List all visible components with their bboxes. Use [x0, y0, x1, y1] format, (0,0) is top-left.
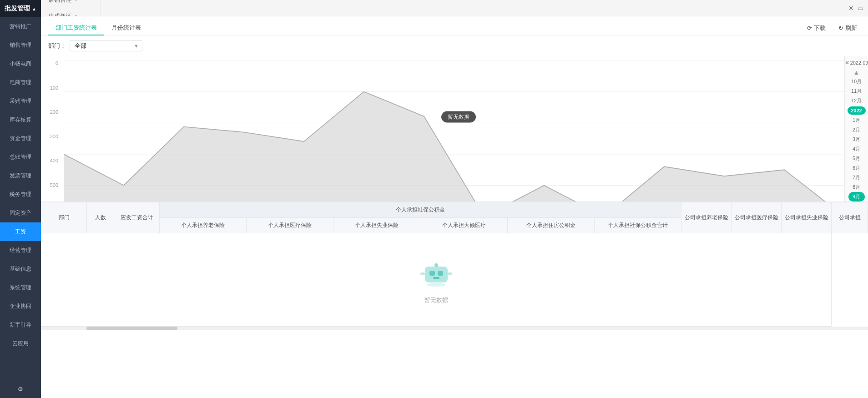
sidebar-item-operations[interactable]: 经营管理 — [0, 241, 41, 260]
sidebar-item-assets[interactable]: 固定资产 — [0, 204, 41, 222]
timeline-items-container: 10月11月12月20221月2月3月4月5月6月7月8月9月 — [848, 77, 866, 202]
timeline-month-12[interactable]: 9月 — [848, 192, 865, 202]
table-no-data-cell: 暂无数据 — [41, 233, 832, 327]
table-no-data-text: 暂无数据 — [424, 296, 448, 304]
chart-no-data-tooltip: 暂无数据 — [441, 111, 476, 123]
tab-close-store-mgmt[interactable]: × — [75, 0, 77, 2]
table-wrapper[interactable]: 部门 人数 应发工资合计 个人承担社保公积金 公司承担养老保险 公司承担医疗保险… — [41, 202, 868, 398]
refresh-label: 刷新 — [845, 24, 857, 32]
tab-produce-voucher[interactable]: 生成凭证× — [43, 8, 101, 17]
sidebar-item-marketing[interactable]: 营销推广 — [0, 17, 41, 36]
svg-rect-9 — [438, 271, 443, 276]
sidebar-title: 批发管理 — [5, 5, 30, 13]
horizontal-scrollbar[interactable] — [41, 327, 868, 330]
sidebar-header[interactable]: 批发管理 ▲ — [0, 0, 41, 17]
content-area: 部门工资统计表 月份统计表 ⟳ 下载 ↻ 刷新 部门： 全部 — [41, 16, 868, 398]
sidebar: 批发管理 ▲ 营销推广销售管理小畅电商电商管理采购管理库存核算资金管理总账管理发… — [0, 0, 41, 398]
sidebar-item-inventory[interactable]: 库存核算 — [0, 111, 41, 129]
timeline-month-0[interactable]: 10月 — [848, 77, 866, 86]
y-label-300: 300 — [50, 134, 58, 139]
timeline-month-7[interactable]: 4月 — [848, 144, 866, 154]
svg-rect-13 — [420, 272, 425, 275]
sidebar-item-ledger[interactable]: 总账管理 — [0, 148, 41, 166]
sidebar-item-guide[interactable]: 新手引导 — [0, 316, 41, 334]
col-company-pension: 公司承担养老保险 — [681, 202, 732, 233]
sidebar-item-purchase[interactable]: 采购管理 — [0, 92, 41, 111]
toolbar-left: 部门： 全部 ▼ — [48, 40, 142, 51]
timeline-month-9[interactable]: 6月 — [848, 163, 866, 173]
dept-label: 部门： — [48, 42, 66, 50]
restore-icon[interactable]: ▭ — [857, 4, 864, 13]
no-data-area: 暂无数据 — [44, 237, 828, 322]
sidebar-items-container: 营销推广销售管理小畅电商电商管理采购管理库存核算资金管理总账管理发票管理税务管理… — [0, 17, 41, 353]
sidebar-arrow-icon: ▲ — [32, 6, 36, 11]
timeline-month-8[interactable]: 5月 — [848, 154, 866, 163]
timeline-month-5[interactable]: 2月 — [848, 125, 866, 135]
no-data-robot-icon — [418, 255, 454, 292]
svg-rect-14 — [448, 272, 452, 275]
download-icon: ⟳ — [807, 25, 812, 31]
y-label-100: 100 — [50, 85, 58, 91]
tab-label-store-mgmt: 店铺管理 — [48, 0, 72, 4]
col-group-social: 个人承担社保公积金 — [160, 202, 681, 218]
settings-icon: ⚙ — [18, 386, 23, 393]
filter-toolbar: 部门： 全部 ▼ — [41, 35, 868, 56]
refresh-icon: ↻ — [838, 25, 843, 31]
sidebar-item-ecommerce-small[interactable]: 小畅电商 — [0, 55, 41, 73]
col-dept: 部门 — [41, 202, 87, 233]
sidebar-item-finance[interactable]: 资金管理 — [0, 129, 41, 148]
subtab-dept-stats[interactable]: 部门工资统计表 — [48, 21, 104, 35]
download-label: 下载 — [814, 24, 826, 32]
sidebar-item-system[interactable]: 系统管理 — [0, 278, 41, 297]
sidebar-item-ecommerce[interactable]: 电商管理 — [0, 73, 41, 92]
sidebar-footer-settings[interactable]: ⚙ — [0, 380, 41, 398]
col-ind-pension: 个人承担养老保险 — [160, 218, 247, 233]
refresh-button[interactable]: ↻ 刷新 — [835, 22, 861, 34]
svg-rect-10 — [433, 277, 439, 279]
subtab-monthly-stats[interactable]: 月份统计表 — [104, 21, 148, 35]
sidebar-item-invoice[interactable]: 发票管理 — [0, 166, 41, 185]
dept-select[interactable]: 全部 — [70, 40, 142, 51]
timeline-month-10[interactable]: 7月 — [848, 173, 866, 182]
y-label-0: 0 — [56, 60, 58, 66]
col-ind-supplemental: 个人承担大额医疗 — [420, 218, 507, 233]
tab-bar: 首页门店商品目录×销售单×店铺管理×生成凭证×应收应付调整单×工资表×工资统计报… — [41, 0, 868, 16]
svg-rect-7 — [425, 267, 448, 282]
timeline-month-1[interactable]: 11月 — [848, 86, 866, 96]
tab-label-produce-voucher: 生成凭证 — [48, 12, 72, 17]
data-table: 部门 人数 应发工资合计 个人承担社保公积金 公司承担养老保险 公司承担医疗保险… — [41, 202, 868, 327]
main-area: 首页门店商品目录×销售单×店铺管理×生成凭证×应收应付调整单×工资表×工资统计报… — [41, 0, 868, 398]
y-axis-labels: 500 400 300 200 100 0 — [41, 60, 61, 188]
y-label-400: 400 — [50, 158, 58, 163]
timeline-year-2022[interactable]: 2022 — [848, 106, 866, 115]
timeline-header: ✕ 2022.09 — [845, 58, 868, 68]
sidebar-item-sales[interactable]: 销售管理 — [0, 36, 41, 55]
tab-bar-end: ✕ ▭ — [844, 4, 868, 13]
sub-tabs: 部门工资统计表 月份统计表 — [41, 16, 156, 35]
tab-items-container: 首页门店商品目录×销售单×店铺管理×生成凭证×应收应付调整单×工资表×工资统计报… — [43, 0, 101, 16]
col-ind-total: 个人承担社保公积金合计 — [594, 218, 681, 233]
sidebar-item-cloud[interactable]: 云应用 — [0, 334, 41, 353]
timeline-close-icon[interactable]: ✕ — [845, 60, 849, 66]
tab-store-mgmt[interactable]: 店铺管理× — [43, 0, 101, 8]
timeline-month-6[interactable]: 3月 — [848, 135, 866, 144]
sidebar-item-enterprise[interactable]: 企业协同 — [0, 297, 41, 316]
col-total-salary: 应发工资合计 — [114, 202, 160, 233]
sidebar-item-tax[interactable]: 税务管理 — [0, 185, 41, 204]
timeline-month-11[interactable]: 8月 — [848, 182, 866, 192]
timeline-month-2[interactable]: 12月 — [848, 96, 866, 106]
timeline-panel: ✕ 2022.09 ▲ 10月11月12月20221月2月3月4月5月6月7月8… — [844, 56, 868, 202]
timeline-up-button[interactable]: ▲ — [853, 68, 861, 77]
chart-area: 500 400 300 200 100 0 — [41, 56, 844, 202]
svg-marker-6 — [64, 92, 844, 202]
timeline-month-4[interactable]: 1月 — [848, 116, 866, 125]
close-all-icon[interactable]: ✕ — [848, 4, 855, 13]
svg-rect-8 — [429, 271, 435, 276]
chart-timeline-wrapper: 500 400 300 200 100 0 — [41, 56, 868, 202]
download-button[interactable]: ⟳ 下载 — [803, 22, 829, 34]
sidebar-item-payroll[interactable]: 工资 — [0, 222, 41, 241]
sidebar-item-basic[interactable]: 基础信息 — [0, 260, 41, 278]
dept-select-wrapper: 全部 ▼ — [70, 40, 142, 51]
svg-point-15 — [427, 283, 445, 287]
y-label-500: 500 — [50, 182, 58, 188]
